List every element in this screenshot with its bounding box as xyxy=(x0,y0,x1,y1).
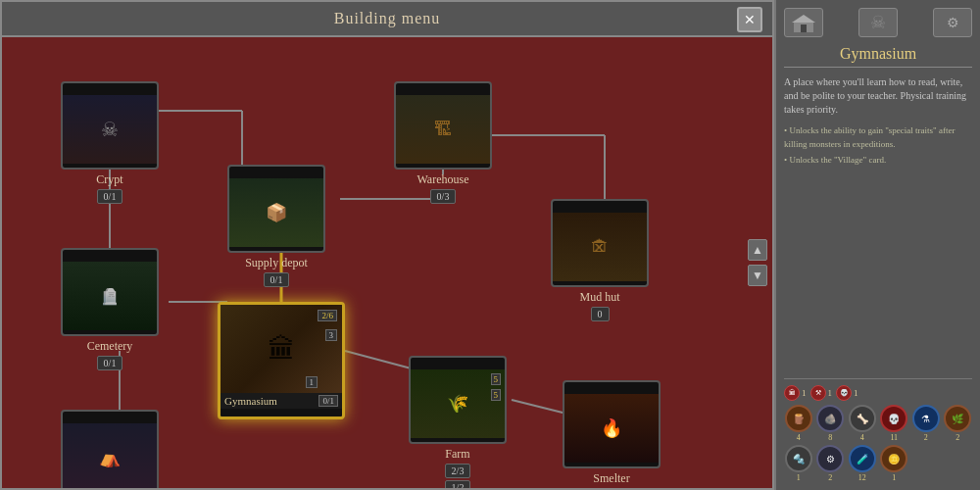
gymnasium-icon: 🏛 xyxy=(268,333,295,366)
warehouse-art: 🏗 xyxy=(396,95,490,164)
res-big-coin: 🪙 xyxy=(880,445,907,472)
res-num-9: 1 xyxy=(892,473,896,482)
res-pick-icon: ⚒ 1 xyxy=(810,385,833,401)
res-icon-red2: ⚒ xyxy=(810,385,826,401)
supply-depot-box: 📦 xyxy=(227,165,325,253)
cemetery-count: 0/1 xyxy=(97,356,123,370)
res-big-bone: 🦴 xyxy=(849,405,876,432)
farm-box: 5 5 🌾 xyxy=(409,356,507,444)
res-count-3: 1 xyxy=(854,388,858,398)
resource-row-top: 🏛 1 ⚒ 1 💀 1 xyxy=(784,385,972,401)
gymnasium-res2: 1 xyxy=(306,376,318,388)
panel-feature1: • Unlocks the ability to gain "special t… xyxy=(784,124,972,151)
svg-line-10 xyxy=(512,400,570,415)
warehouse-box: 🏗 xyxy=(394,81,492,170)
res-big-herb: 🌿 xyxy=(944,405,971,432)
supply-depot-count: 0/1 xyxy=(264,272,290,287)
mud-hut-node[interactable]: 🏚 Mud hut 0 xyxy=(551,199,649,321)
res-cell-8: 🧪 12 xyxy=(848,445,877,482)
gymnasium-res1: 3 xyxy=(325,329,338,341)
farm-label: Farm xyxy=(445,447,469,462)
res-cell-5: 🌿 2 xyxy=(944,405,973,442)
crypt-art: ☠ xyxy=(63,95,157,164)
supply-depot-node[interactable]: 📦 Supply depot 0/1 xyxy=(227,165,325,287)
refuge-node[interactable]: ⛺ Refuge 0/1 xyxy=(61,410,159,488)
res-big-flask: 🧪 xyxy=(849,445,876,472)
res-big-potion: ⚗ xyxy=(912,405,940,432)
building-menu: Building menu ✕ xyxy=(0,0,774,490)
refuge-deco: ⛺ xyxy=(99,447,121,468)
gymnasium-count: 0/1 xyxy=(318,395,338,407)
svg-marker-13 xyxy=(792,15,815,23)
farm-subcount: 1/2 xyxy=(445,480,471,488)
crypt-node[interactable]: ☠ Crypt 0/1 xyxy=(61,81,159,204)
scroll-down-button[interactable]: ▼ xyxy=(748,265,767,286)
smelter-node[interactable]: 🔥 Smelter 0/1 xyxy=(563,380,661,488)
panel-left-icon-btn[interactable] xyxy=(784,8,823,37)
title-bar: Building menu ✕ xyxy=(2,2,772,37)
res-big-bolt: 🔩 xyxy=(785,445,812,472)
close-button[interactable]: ✕ xyxy=(737,7,762,32)
farm-node[interactable]: 5 5 🌾 Farm 2/3 1/2 xyxy=(409,356,507,488)
cemetery-node[interactable]: 🪦 Cemetery 0/1 xyxy=(61,248,159,370)
gymnasium-box: 2/6 3 1 🏛 Gymnasium 0/1 xyxy=(218,302,345,419)
smelter-deco: 🔥 xyxy=(601,417,622,439)
panel-skull-icon: ☠ xyxy=(858,8,898,37)
res-cell-7: ⚙ 2 xyxy=(816,445,846,482)
warehouse-node[interactable]: 🏗 Warehouse 0/3 xyxy=(394,81,492,204)
gymnasium-badge: 2/6 xyxy=(318,310,337,321)
res-num-5: 2 xyxy=(956,433,959,442)
res-big-stone: 🪨 xyxy=(816,405,844,432)
mud-hut-box: 🏚 xyxy=(551,199,649,287)
warehouse-deco: 🏗 xyxy=(434,120,452,140)
supply-depot-label: Supply depot xyxy=(245,256,308,270)
panel-settings-btn[interactable]: ⚙ xyxy=(933,8,972,37)
res-building-icon: 🏛 1 xyxy=(784,385,807,401)
panel-description: A place where you'll learn how to read, … xyxy=(784,75,972,117)
refuge-box: ⛺ xyxy=(61,410,159,488)
res-cell-3: 💀 11 xyxy=(880,405,909,442)
res-icon-red3: 💀 xyxy=(836,385,852,401)
panel-top-icons: ☠ ⚙ xyxy=(784,8,972,37)
gymnasium-art: 2/6 3 1 🏛 xyxy=(220,305,342,393)
building-icon xyxy=(792,13,815,32)
res-cell-9: 🪙 1 xyxy=(880,445,909,482)
res-cell-2: 🦴 4 xyxy=(848,405,877,442)
right-panel: ☠ ⚙ Gymnasium A place where you'll learn… xyxy=(774,0,980,490)
gymnasium-node[interactable]: 2/6 3 1 🏛 Gymnasium 0/1 xyxy=(218,302,345,419)
farm-badge2: 5 xyxy=(491,389,502,401)
res-num-1: 8 xyxy=(828,433,832,442)
refuge-art: ⛺ xyxy=(63,423,157,488)
cemetery-deco: 🪦 xyxy=(100,287,120,306)
cemetery-label: Cemetery xyxy=(87,339,133,354)
farm-deco: 🌾 xyxy=(447,393,468,415)
supply-deco: 📦 xyxy=(266,202,287,223)
smelter-box: 🔥 xyxy=(563,380,661,468)
res-cell-1: 🪨 8 xyxy=(816,405,846,442)
panel-spacer xyxy=(784,178,972,379)
svg-line-9 xyxy=(345,351,418,370)
gear-icon: ⚙ xyxy=(947,15,959,31)
res-skull-icon: 💀 1 xyxy=(836,385,858,401)
res-big-wood: 🪵 xyxy=(785,405,812,432)
cemetery-box: 🪦 xyxy=(61,248,159,336)
mud-hut-label: Mud hut xyxy=(579,290,619,305)
crypt-count: 0/1 xyxy=(97,189,123,204)
res-cell-4: ⚗ 2 xyxy=(911,405,941,442)
smelter-art: 🔥 xyxy=(564,394,659,463)
gymnasium-footer: Gymnasium 0/1 xyxy=(220,393,342,409)
mud-hut-deco: 🏚 xyxy=(591,237,609,258)
panel-building-title: Gymnasium xyxy=(784,45,972,68)
res-count-1: 1 xyxy=(802,388,807,398)
res-num-7: 2 xyxy=(828,473,832,482)
res-big-skull: 💀 xyxy=(880,405,907,432)
panel-feature2: • Unlocks the "Village" card. xyxy=(784,154,972,168)
mud-hut-art: 🏚 xyxy=(553,213,647,281)
supply-art: 📦 xyxy=(229,178,323,247)
menu-title: Building menu xyxy=(334,10,441,27)
scroll-controls: ▲ ▼ xyxy=(748,239,767,286)
crypt-deco: ☠ xyxy=(101,118,119,141)
res-icon-red1: 🏛 xyxy=(784,385,800,401)
crypt-label: Crypt xyxy=(96,172,122,187)
scroll-up-button[interactable]: ▲ xyxy=(748,239,767,261)
